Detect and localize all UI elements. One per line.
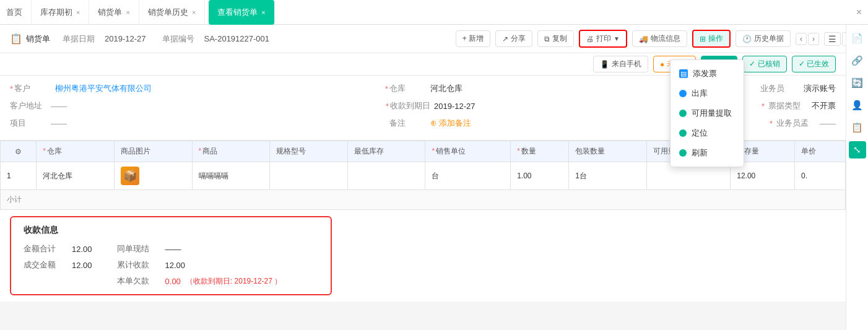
copy-icon: ⧉ — [544, 35, 550, 43]
payment-title: 收款信息 — [24, 225, 318, 236]
overdue-value: 0.00 — [165, 277, 181, 286]
row-product: 嗝嗝嗝嗝 — [192, 162, 270, 190]
doc-icon: 📋 — [10, 33, 22, 45]
effective-icon: ✓ — [799, 59, 805, 68]
copy-button[interactable]: ⧉ 复制 — [537, 30, 574, 47]
address-field: 客户地址 —— — [10, 100, 386, 111]
tab-inventory-label: 库存期初 — [40, 7, 72, 18]
row-model — [270, 162, 348, 190]
list-view-button[interactable]: ☰ — [824, 32, 841, 46]
tab-sales-order[interactable]: 销货单 × — [89, 0, 139, 25]
refresh-item[interactable]: 刷新 — [671, 143, 744, 163]
locate-icon — [679, 129, 687, 137]
sidebar-clipboard-icon[interactable]: 📋 — [849, 119, 866, 136]
share-button[interactable]: ↗ 分享 — [495, 30, 532, 47]
row-unit-price: 0. — [794, 162, 845, 190]
salesperson-label: 业务员孟 — [776, 118, 814, 129]
nav-arrows: ‹ › — [796, 33, 819, 45]
effective-label: 已生效 — [807, 59, 829, 68]
tab-sales-order-close[interactable]: × — [126, 9, 129, 16]
cancelled-label: 已核销 — [758, 59, 780, 68]
staff-label: 业务员 — [760, 83, 797, 94]
same-order-label: 同单现结 — [117, 243, 160, 254]
history-icon: 🕐 — [742, 35, 752, 43]
operations-icon: ⊞ — [700, 35, 706, 43]
tab-view-sales-label: 查看销货单 — [217, 7, 258, 18]
tab-home[interactable]: 首页 — [6, 0, 32, 25]
tab-inventory-close[interactable]: × — [76, 9, 80, 16]
address-label: 客户地址 — [10, 100, 47, 111]
outbound-label: 出库 — [692, 88, 708, 99]
salesperson-value: —— — [820, 119, 836, 128]
project-label: 项目 — [10, 118, 47, 129]
payment-info: 收款信息 金额合计 12.00 成交金额 12.00 同单现结 —— — [10, 216, 332, 295]
effective-button[interactable]: ✓ 已生效 — [792, 56, 836, 72]
th-gear: ⚙ — [1, 141, 37, 162]
available-qty-icon — [679, 110, 687, 117]
tab-bar: 首页 库存期初 × 销货单 × 销货单历史 × 查看销货单 × × — [0, 0, 868, 25]
th-warehouse: *仓库 — [37, 141, 115, 162]
customer-label: 客户 — [14, 83, 51, 94]
window-close-button[interactable]: × — [856, 7, 862, 18]
print-label: 打印 — [596, 33, 611, 44]
sidebar-doc-icon[interactable]: 📄 — [849, 30, 866, 47]
date-label: 单据日期 — [63, 33, 95, 45]
sidebar-refresh-icon[interactable]: 🔄 — [849, 74, 866, 92]
address-value: —— — [51, 102, 67, 111]
ticket-type-label: 票据类型 — [768, 100, 805, 111]
th-pack-qty: 包装数量 — [569, 141, 647, 162]
history-button[interactable]: 🕐 历史单据 — [736, 30, 791, 47]
locate-item[interactable]: 定位 — [671, 123, 744, 143]
share-label: 分享 — [511, 33, 526, 44]
available-qty-item[interactable]: 可用量提取 — [671, 103, 744, 123]
ticket-type-section: * 票据类型 不开票 — [762, 100, 836, 111]
doc-title-text: 销货单 — [26, 33, 50, 45]
tab-sales-history-close[interactable]: × — [192, 9, 196, 16]
phone-icon: 📱 — [600, 60, 609, 69]
bottom-panel: 收款信息 金额合计 12.00 成交金额 12.00 同单现结 —— — [0, 210, 868, 302]
transaction-value: 12.00 — [72, 261, 92, 270]
th-model: 规格型号 — [270, 141, 348, 162]
row-pack-qty: 1台 — [569, 162, 647, 190]
number-label: 单据编号 — [162, 33, 194, 45]
overdue-row: 本单欠款 0.00 （收款到期日: 2019-12-27 ） — [117, 276, 282, 287]
th-unit: *销售单位 — [425, 141, 511, 162]
sidebar-link-icon[interactable]: 🔗 — [849, 52, 866, 69]
ticket-type-value: 不开票 — [812, 100, 836, 111]
cancelled-button[interactable]: ✓ 已核销 — [742, 56, 786, 72]
overdue-hint: （收款到期日: 2019-12-27 ） — [186, 276, 282, 287]
logistics-button[interactable]: 🚚 物流信息 — [632, 30, 687, 47]
tab-view-sales-close[interactable]: × — [261, 9, 265, 16]
tab-view-sales[interactable]: 查看销货单 × — [209, 0, 274, 25]
history-label: 历史单据 — [754, 33, 784, 44]
tab-sales-history[interactable]: 销货单历史 × — [139, 0, 205, 25]
tab-inventory-init[interactable]: 库存期初 × — [32, 0, 89, 25]
next-button[interactable]: › — [808, 33, 819, 45]
tab-sales-order-label: 销货单 — [98, 7, 122, 18]
from-phone-button[interactable]: 📱 来自手机 — [593, 56, 648, 72]
transaction-label: 成交金额 — [24, 259, 67, 271]
operations-button[interactable]: ⊞ 操作 — [693, 31, 729, 46]
add-remark-button[interactable]: ⊕ 添加备注 — [430, 118, 471, 129]
add-icon: ⊕ — [430, 118, 436, 128]
customer-value[interactable]: 柳州粤港平安气体有限公司 — [55, 83, 152, 94]
total-amount-label: 金额合计 — [24, 243, 67, 254]
tab-home-label: 首页 — [6, 7, 22, 18]
row-img: 📦 — [114, 162, 192, 190]
logistics-label: 物流信息 — [651, 33, 680, 44]
add-invoice-icon: ▤ — [679, 69, 688, 78]
outbound-item[interactable]: 出库 — [671, 84, 744, 103]
add-invoice-item[interactable]: ▤ 添发票 — [671, 64, 744, 84]
customer-field: * 客户 柳州粤港平安气体有限公司 — [10, 83, 385, 94]
prev-button[interactable]: ‹ — [796, 33, 807, 45]
sidebar-expand-icon[interactable]: ⤡ — [849, 141, 866, 158]
cancel-icon: ✓ — [749, 59, 755, 68]
total-amount-value: 12.00 — [72, 245, 92, 254]
staff-value: 演示账号 — [804, 83, 836, 94]
refresh-label: 刷新 — [692, 147, 708, 158]
new-button[interactable]: + 新增 — [456, 30, 490, 47]
tab-sales-history-label: 销货单历史 — [148, 7, 188, 18]
sidebar-user-icon[interactable]: 👤 — [849, 97, 866, 114]
overdue-label: 本单欠款 — [117, 276, 160, 287]
print-button[interactable]: 🖨 打印 ▼ — [580, 31, 626, 46]
